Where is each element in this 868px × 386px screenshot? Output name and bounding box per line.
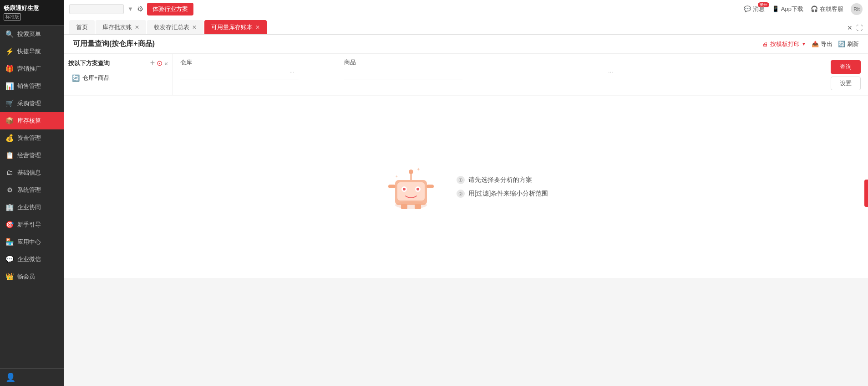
scroll-hint[interactable] [864, 180, 868, 207]
scheme-warehouse-goods[interactable]: 🔄 仓库+商品 [68, 72, 168, 84]
export-button[interactable]: 📤 导出 [812, 40, 832, 48]
sidebar-item-search[interactable]: 🔍 搜索菜单 [0, 26, 64, 43]
filter-fields: 仓库 ··· 商品 ··· 查询 设置 [173, 54, 868, 95]
sidebar-item-system[interactable]: ⚙ 系统管理 [0, 181, 64, 199]
scheme-icons: + ⊙ « [150, 58, 168, 68]
tab-label-summary: 收发存汇总表 [154, 23, 189, 31]
enterprise-icon: 🏢 [5, 203, 14, 211]
svg-point-5 [403, 188, 406, 190]
export-icon: 📤 [812, 41, 819, 47]
sidebar-label-search: 搜索菜单 [17, 30, 41, 38]
trial-button[interactable]: 体验行业方案 [147, 3, 193, 15]
tab-available[interactable]: 可用量库存账本✕ [204, 20, 267, 34]
sidebar-label-sales: 销售管理 [17, 82, 41, 90]
tip-num-2: ② [457, 190, 465, 198]
svg-point-6 [416, 188, 419, 190]
basic-icon: 🗂 [5, 169, 14, 177]
warehouse-more-icon[interactable]: ··· [289, 68, 294, 75]
service-label: 在线客服 [820, 5, 843, 13]
purchase-icon: 🛒 [5, 99, 14, 108]
close-tab-summary[interactable]: ✕ [192, 24, 197, 31]
sidebar-item-finance[interactable]: 💰 资金管理 [0, 129, 64, 147]
warehouse-input[interactable] [180, 68, 299, 79]
topbar-right: 💬 消息 99+ 📱 App下载 🎧 在线客服 Rit [744, 3, 863, 15]
sidebar-item-enterprise[interactable]: 🏢 企业协同 [0, 199, 64, 216]
gear-icon[interactable]: ⚙ [137, 5, 143, 13]
search-icon: 🔍 [5, 30, 14, 38]
app-icon: 📱 [772, 5, 779, 12]
sidebar-item-purchase[interactable]: 🛒 采购管理 [0, 95, 64, 112]
sidebar-footer[interactable]: 👤 [0, 368, 64, 386]
export-label: 导出 [821, 40, 832, 48]
svg-point-8 [409, 170, 413, 174]
svg-rect-11 [401, 204, 407, 209]
wechat-icon: 💬 [5, 255, 14, 263]
page-header: 可用量查询(按仓库+商品) 🖨 按模板打印 ▼ 📤 导出 🔄 刷新 [64, 35, 868, 54]
sidebar-item-appstore[interactable]: 🏪 应用中心 [0, 233, 64, 251]
close-tab-batch[interactable]: ✕ [135, 24, 139, 31]
close-tab-available[interactable]: ✕ [255, 24, 260, 31]
add-scheme-icon[interactable]: + [150, 58, 155, 68]
sidebar-item-marketing[interactable]: 🎁 营销推广 [0, 60, 64, 77]
filter-warehouse-field: 仓库 ··· [180, 58, 308, 79]
brand-name: 畅康通好生意 [4, 5, 39, 12]
scheme-item-icon: 🔄 [72, 74, 80, 82]
main-area: ▼ ⚙ 体验行业方案 💬 消息 99+ 📱 App下载 🎧 在线客服 Rit 首 [64, 0, 868, 386]
tab-home[interactable]: 首页 [69, 20, 95, 34]
search-input[interactable] [69, 4, 124, 14]
tab-label-home: 首页 [76, 23, 88, 31]
sidebar-item-operations[interactable]: 📋 经营管理 [0, 147, 64, 164]
sidebar-item-vip[interactable]: 👑 畅会员 [0, 268, 64, 285]
tip-text-1: 请先选择要分析的方案 [468, 176, 532, 184]
tab-batch[interactable]: 库存批次账✕ [96, 20, 146, 34]
brand-tag: 标准版 [4, 13, 21, 21]
message-icon: 💬 [744, 5, 751, 12]
sidebar-label-system: 系统管理 [17, 186, 41, 194]
goods-input[interactable] [344, 68, 462, 79]
print-chevron-icon: ▼ [802, 41, 806, 46]
sidebar-label-appstore: 应用中心 [17, 238, 41, 246]
refresh-button[interactable]: 🔄 刷新 [838, 40, 859, 48]
marketing-icon: 🎁 [5, 65, 14, 73]
scheme-label: 按以下方案查询 [68, 59, 110, 67]
content-area: 按以下方案查询 + ⊙ « 🔄 仓库+商品 仓库 ··· [64, 54, 868, 386]
print-button[interactable]: 🖨 按模板打印 ▼ [762, 40, 806, 48]
chevron-down-icon[interactable]: ▼ [127, 5, 133, 12]
empty-tip-2: ② 用[过滤]条件来缩小分析范围 [457, 190, 548, 198]
collapse-icon[interactable]: « [164, 60, 168, 67]
tab-label-available: 可用量库存账本 [211, 23, 253, 31]
print-label: 按模板打印 [770, 40, 800, 48]
sidebar-item-quicknav[interactable]: ⚡ 快捷导航 [0, 43, 64, 60]
warehouse-label: 仓库 [180, 58, 308, 67]
empty-tip-1: ① 请先选择要分析的方案 [457, 176, 548, 184]
sidebar-label-inventory: 库存核算 [17, 117, 41, 125]
headset-icon: 🎧 [811, 5, 818, 12]
tab-summary[interactable]: 收发存汇总表✕ [147, 20, 203, 34]
settings-button[interactable]: 设置 [831, 77, 861, 90]
refresh-label: 刷新 [847, 40, 859, 48]
settings-scheme-icon[interactable]: ⊙ [157, 59, 162, 67]
quicknav-icon: ⚡ [5, 47, 14, 56]
sidebar-item-inventory[interactable]: 📦 库存核算 [0, 112, 64, 129]
topbar-search [69, 4, 124, 14]
sidebar-item-newbie[interactable]: 🎯 新手引导 [0, 216, 64, 233]
sidebar-header: 畅康通好生意 标准版 [0, 0, 64, 26]
sidebar-label-quicknav: 快捷导航 [17, 47, 41, 56]
sidebar-item-sales[interactable]: 📊 销售管理 [0, 77, 64, 95]
query-button[interactable]: 查询 [831, 60, 861, 74]
sidebar-item-wechat[interactable]: 💬 企业微信 [0, 251, 64, 268]
app-download-button[interactable]: 📱 App下载 [772, 5, 803, 13]
service-button[interactable]: 🎧 在线客服 [811, 5, 843, 13]
empty-illustration: ✦ ✦ [384, 160, 438, 214]
svg-text:✦: ✦ [416, 167, 420, 172]
expand-icon[interactable]: ⛶ [856, 24, 863, 31]
close-tab-icon[interactable]: ✕ [847, 24, 853, 31]
sidebar-item-basic[interactable]: 🗂 基础信息 [0, 164, 64, 181]
sidebar-label-marketing: 营销推广 [17, 65, 41, 73]
user-avatar[interactable]: Rit [851, 3, 863, 15]
message-badge: 99+ [758, 2, 769, 7]
message-button[interactable]: 💬 消息 99+ [744, 5, 765, 13]
system-icon: ⚙ [5, 186, 14, 194]
goods-more-icon[interactable]: ··· [608, 68, 613, 75]
filter-panel: 按以下方案查询 + ⊙ « 🔄 仓库+商品 仓库 ··· [64, 54, 868, 95]
